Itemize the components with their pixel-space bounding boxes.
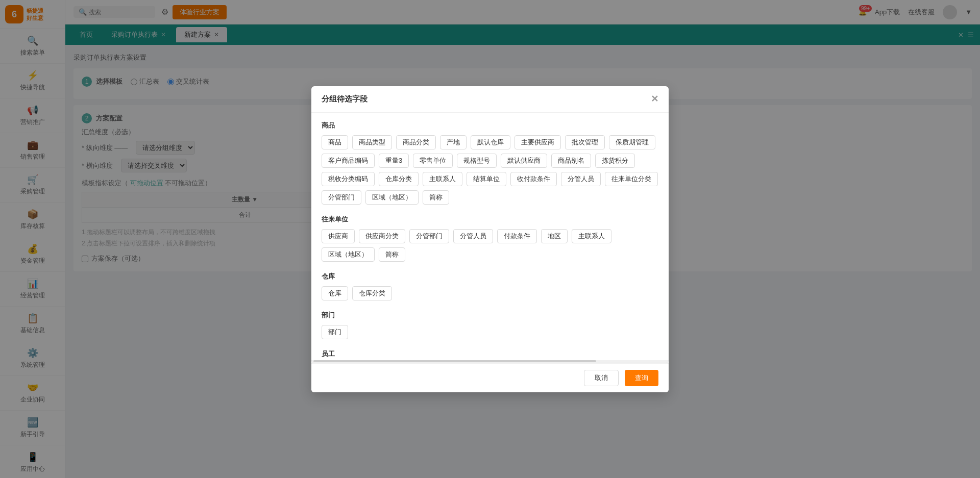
field-tag-warehouse[interactable]: 仓库 (322, 286, 348, 300)
field-tag-dept-head[interactable]: 分管人员 (561, 172, 601, 186)
field-tag-batch-mgmt[interactable]: 批次管理 (565, 135, 605, 149)
section-partner-title: 往来单位 (322, 215, 658, 224)
modal-body: 商品 商品 商品类型 商品分类 产地 默认仓库 主要供应商 批次管理 保质期管理… (311, 113, 669, 360)
field-tag-dept-mgmt[interactable]: 分管部门 (322, 190, 361, 205)
field-tag-main-supplier[interactable]: 主要供应商 (514, 135, 561, 149)
modal-title: 分组待选字段 (322, 94, 368, 104)
field-tag-goods-type[interactable]: 商品类型 (352, 135, 392, 149)
modal-footer: 取消 查询 (311, 363, 669, 392)
field-tag-partner-category[interactable]: 往来单位分类 (605, 172, 658, 186)
field-tag-main-contact[interactable]: 主联系人 (423, 172, 462, 186)
section-dept-title: 部门 (322, 311, 658, 320)
field-tag-supplier[interactable]: 供应商 (322, 229, 355, 243)
field-tag-goods-alias[interactable]: 商品别名 (551, 154, 591, 168)
field-tag-weight3[interactable]: 重量3 (379, 154, 409, 168)
modal-header: 分组待选字段 ✕ (311, 86, 669, 113)
field-tag-warehouse-category[interactable]: 仓库分类 (379, 172, 419, 186)
section-partner: 往来单位 供应商 供应商分类 分管部门 分管人员 付款条件 地区 主联系人 区域… (322, 215, 658, 262)
field-tag-default-warehouse[interactable]: 默认仓库 (471, 135, 510, 149)
section-goods-title: 商品 (322, 121, 658, 130)
field-tag-settlement-unit[interactable]: 结算单位 (467, 172, 506, 186)
field-tag-dept[interactable]: 部门 (322, 325, 348, 339)
field-tag-goods-category[interactable]: 商品分类 (396, 135, 436, 149)
section-partner-tags: 供应商 供应商分类 分管部门 分管人员 付款条件 地区 主联系人 区域（地区） … (322, 229, 658, 262)
field-tag-spec-model[interactable]: 规格型号 (457, 154, 497, 168)
field-tag-payment-terms[interactable]: 收付款条件 (510, 172, 557, 186)
field-tag-abbrev-partner[interactable]: 简称 (379, 247, 405, 262)
modal-overlay: 分组待选字段 ✕ 商品 商品 商品类型 商品分类 产地 默认仓库 主要供应商 批… (0, 0, 980, 478)
field-tag-abbrev-goods[interactable]: 简称 (423, 190, 449, 205)
section-employee: 员工 业务员 (322, 349, 658, 360)
field-tag-area[interactable]: 地区 (541, 229, 568, 243)
field-tag-main-contact-partner[interactable]: 主联系人 (572, 229, 611, 243)
field-tag-partner-dept[interactable]: 分管部门 (409, 229, 449, 243)
field-tag-payment-cond[interactable]: 付款条件 (497, 229, 537, 243)
section-dept-tags: 部门 (322, 325, 658, 339)
field-tag-retail-unit[interactable]: 零售单位 (413, 154, 453, 168)
field-tag-partner-person[interactable]: 分管人员 (453, 229, 493, 243)
field-tag-warehouse-cat[interactable]: 仓库分类 (352, 286, 392, 300)
field-tag-default-supplier[interactable]: 默认供应商 (501, 154, 547, 168)
field-tag-goods[interactable]: 商品 (322, 135, 348, 149)
section-dept: 部门 部门 (322, 311, 658, 339)
field-tag-customer-code[interactable]: 客户商品编码 (322, 154, 375, 168)
modal-hscrollbar[interactable] (311, 360, 669, 363)
field-tag-supplier-cat[interactable]: 供应商分类 (359, 229, 405, 243)
cancel-button[interactable]: 取消 (584, 370, 619, 386)
section-warehouse-tags: 仓库 仓库分类 (322, 286, 658, 300)
field-tag-shelf-life[interactable]: 保质期管理 (609, 135, 655, 149)
field-tag-tax-code[interactable]: 税收分类编码 (322, 172, 375, 186)
section-warehouse: 仓库 仓库 仓库分类 (322, 272, 658, 300)
section-warehouse-title: 仓库 (322, 272, 658, 281)
section-employee-title: 员工 (322, 349, 658, 359)
section-goods-tags: 商品 商品类型 商品分类 产地 默认仓库 主要供应商 批次管理 保质期管理 客户… (322, 135, 658, 205)
confirm-button[interactable]: 查询 (625, 370, 658, 386)
field-tag-region-goods[interactable]: 区域（地区） (365, 190, 419, 205)
field-tag-pick-points[interactable]: 拣货积分 (595, 154, 635, 168)
modal-close-button[interactable]: ✕ (651, 94, 658, 104)
field-select-modal: 分组待选字段 ✕ 商品 商品 商品类型 商品分类 产地 默认仓库 主要供应商 批… (311, 86, 669, 392)
section-goods: 商品 商品 商品类型 商品分类 产地 默认仓库 主要供应商 批次管理 保质期管理… (322, 121, 658, 205)
field-tag-origin[interactable]: 产地 (440, 135, 467, 149)
field-tag-region-partner[interactable]: 区域（地区） (322, 247, 375, 262)
